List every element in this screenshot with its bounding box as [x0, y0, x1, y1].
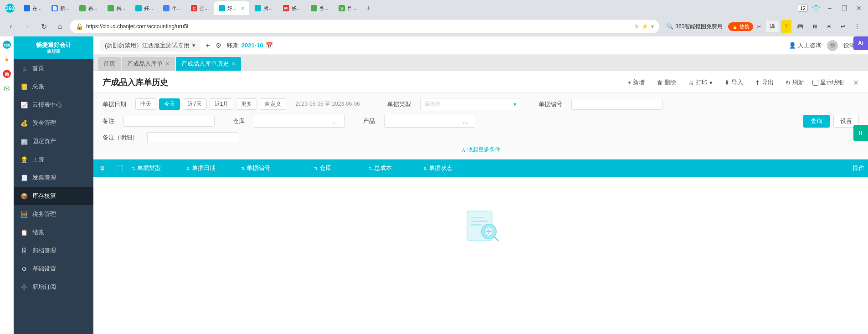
- sidebar-item-fund[interactable]: 💰 资金管理: [14, 114, 93, 132]
- date-btn-custom[interactable]: 自定义: [260, 98, 286, 110]
- remark-detail-input[interactable]: [147, 132, 238, 143]
- ai-button[interactable]: Ai: [853, 36, 868, 50]
- sidebar-item-inventory[interactable]: 📦 库存核算: [14, 187, 93, 205]
- th-type[interactable]: ⇅ 单据类型: [128, 164, 183, 172]
- th-number[interactable]: ⇅ 单据编号: [237, 164, 310, 172]
- delete-button[interactable]: 🗑 删除: [653, 77, 680, 88]
- minimize-button[interactable]: −: [824, 3, 835, 14]
- product-ellipsis[interactable]: ...: [460, 117, 471, 125]
- if-button[interactable]: If: [853, 125, 868, 141]
- new-button[interactable]: + 新增: [624, 77, 648, 88]
- page-tab-list[interactable]: 产成品入库单 ✕: [122, 57, 175, 71]
- import-button[interactable]: ⬇ 导入: [721, 77, 747, 88]
- sidebar-item-ledger[interactable]: 📒 总账: [14, 77, 93, 96]
- date-btn-7days[interactable]: 近7天: [183, 98, 207, 110]
- th-cost[interactable]: ⇅ 总成本: [365, 164, 420, 172]
- th-warehouse[interactable]: ⇅ 仓库: [310, 164, 365, 172]
- back-button[interactable]: ‹: [5, 20, 17, 33]
- weibo-icon[interactable]: 微: [1, 68, 12, 79]
- close-button[interactable]: ✕: [853, 3, 864, 14]
- svg-rect-9: [471, 224, 482, 226]
- page-tab-list-close[interactable]: ✕: [165, 61, 169, 67]
- undo-btn[interactable]: ↩: [837, 20, 849, 33]
- browser-logo[interactable]: 360: [4, 2, 16, 15]
- th-check[interactable]: [112, 165, 128, 171]
- th-settings-icon: ⚙: [100, 165, 105, 172]
- sidebar-item-close[interactable]: 📋 结账: [14, 223, 93, 242]
- refresh-button[interactable]: ↻: [37, 20, 50, 33]
- tab-4[interactable]: 易...: [103, 1, 130, 15]
- sidebar-item-assets[interactable]: 🏢 固定资产: [14, 132, 93, 150]
- translate-btn[interactable]: 译: [765, 20, 779, 33]
- page-tab-history-close[interactable]: ✕: [231, 61, 236, 67]
- type-select[interactable]: 请选择 ▾: [420, 98, 520, 110]
- sidebar-label-settings: 基础设置: [32, 265, 56, 273]
- new-tab-button[interactable]: +: [362, 1, 375, 15]
- tab-10[interactable]: M 畅...: [278, 1, 305, 15]
- export-button[interactable]: ⬆ 导出: [751, 77, 777, 88]
- dropdown-icon[interactable]: ▾: [651, 23, 654, 30]
- date-btn-more[interactable]: 更多: [236, 98, 257, 110]
- page-tab-home[interactable]: 首页: [98, 57, 121, 71]
- date-btn-yesterday[interactable]: 昨天: [135, 98, 156, 110]
- product-select[interactable]: ...: [384, 115, 475, 128]
- tab-7[interactable]: C 企...: [186, 1, 213, 15]
- yuan-btn[interactable]: ¥: [781, 20, 791, 33]
- sidebar-item-settings[interactable]: ⚙ 基础设置: [14, 260, 93, 278]
- star-icon[interactable]: ★: [1, 54, 12, 65]
- add-company-button[interactable]: +: [205, 41, 210, 50]
- tab-8-active[interactable]: 好... ✕: [214, 1, 249, 15]
- print-dropdown-icon[interactable]: ▾: [709, 79, 713, 86]
- sidebar-item-reports[interactable]: 📈 云报表中心: [14, 96, 93, 114]
- calendar-icon[interactable]: 📅: [266, 42, 273, 49]
- query-button[interactable]: 查询: [803, 115, 830, 128]
- tab-2[interactable]: 📄 新...: [47, 1, 74, 15]
- user-service-button[interactable]: 👤 人工咨询: [789, 41, 822, 50]
- search-toolbar-btn[interactable]: 🔍 360智能抠图免费用: [663, 20, 726, 33]
- tab-11[interactable]: 各...: [306, 1, 333, 15]
- select-all-checkbox[interactable]: [117, 165, 123, 171]
- tab-8-close[interactable]: ✕: [241, 5, 245, 11]
- sidebar-item-subscribe[interactable]: ➕ 新增订阅: [14, 278, 93, 296]
- tab-5[interactable]: 好...: [131, 1, 158, 15]
- hot-search-badge[interactable]: 🔥 热搜: [728, 22, 753, 31]
- home-button[interactable]: ⌂: [54, 20, 67, 33]
- th-date[interactable]: ⇅ 单据日期: [183, 164, 237, 172]
- mail-icon[interactable]: ✉: [1, 83, 12, 94]
- forward-button[interactable]: ›: [21, 20, 34, 33]
- tab-9[interactable]: 腾...: [250, 1, 277, 15]
- grid-view-btn[interactable]: ⊞: [809, 20, 821, 33]
- print-button[interactable]: 🖨 打印 ▾: [684, 77, 716, 88]
- page-tab-history[interactable]: 产成品入库单历史 ✕: [176, 57, 241, 71]
- remark-filter-input[interactable]: [123, 116, 215, 127]
- number-filter-input[interactable]: [571, 99, 663, 110]
- theme-btn[interactable]: ☀: [823, 20, 835, 33]
- tab-3[interactable]: 易...: [75, 1, 102, 15]
- sidebar-item-home[interactable]: ⌂ 首页: [14, 59, 93, 77]
- date-btn-today[interactable]: 今天: [159, 98, 180, 110]
- refresh-button[interactable]: ↻ 刷新: [782, 77, 808, 88]
- sidebar-item-archive[interactable]: 🗄 归档管理: [14, 242, 93, 260]
- warehouse-ellipsis[interactable]: ...: [329, 117, 341, 125]
- tab-6[interactable]: 个...: [159, 1, 185, 15]
- restore-button[interactable]: ❐: [839, 3, 850, 14]
- more-btn[interactable]: ⋮: [851, 20, 863, 33]
- sidebar-item-tax[interactable]: 🧮 税务管理: [14, 205, 93, 223]
- sidebar-item-invoice[interactable]: 🧾 发票管理: [14, 169, 93, 187]
- th-status[interactable]: ⇅ 单据状态: [420, 164, 483, 172]
- warehouse-select[interactable]: ...: [254, 115, 345, 128]
- tab-12[interactable]: S 目...: [334, 1, 361, 15]
- topbar-settings-icon[interactable]: ⚙: [216, 41, 221, 50]
- collapse-button[interactable]: ∧ 收起更多条件: [103, 146, 859, 154]
- user-avatar[interactable]: 徐: [827, 40, 838, 51]
- tab-1[interactable]: 在...: [19, 1, 46, 15]
- display-detail-checkbox[interactable]: [812, 80, 818, 86]
- company-selector[interactable]: (勿删勿禁用）江西服宝测试专用 ▾: [100, 40, 200, 51]
- 360-icon[interactable]: 360: [1, 39, 12, 50]
- th-settings[interactable]: ⚙: [93, 165, 112, 172]
- address-box[interactable]: 🔒 https://cloud.chanjet.com/accounting/u…: [70, 20, 659, 33]
- sidebar-item-payroll[interactable]: 👷 工资: [14, 150, 93, 169]
- th-type-label: 单据类型: [137, 164, 161, 172]
- game-btn[interactable]: 🎮: [793, 20, 807, 33]
- date-btn-1month[interactable]: 近1月: [210, 98, 234, 110]
